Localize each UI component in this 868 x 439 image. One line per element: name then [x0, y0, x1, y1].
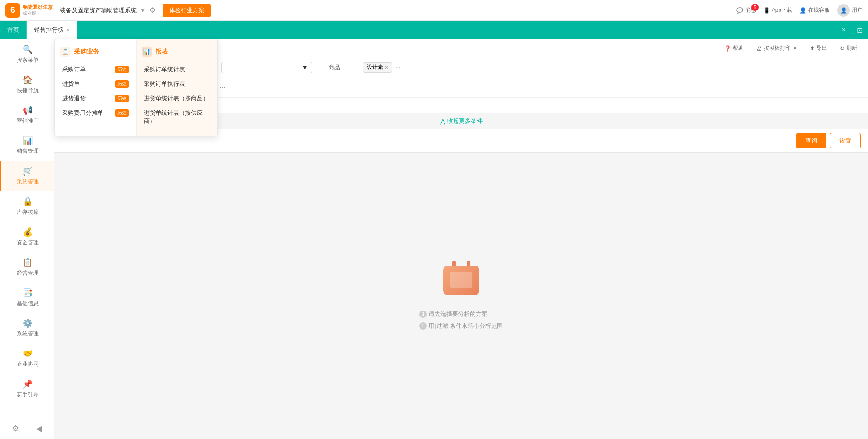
purchase-biz-label: 采购业务 [74, 48, 99, 56]
logo-text: 畅捷通好生意 标准版 [23, 4, 53, 17]
operations-icon: 📋 [23, 257, 33, 267]
system-title: 装备及固定资产辅助管理系统 [60, 6, 137, 15]
enterprise-icon: 🤝 [23, 349, 33, 359]
hint-text-2: 用[过滤]条件来缩小分析范围 [429, 322, 502, 330]
dropdown-left-col: 📋 采购业务 采购订单 历史 进货单 历史 进货退货 历史 采购费用分摊单 历史 [55, 39, 137, 136]
sidebar-item-search[interactable]: 🔍 搜索菜单 [0, 39, 54, 69]
goods-dots-btn[interactable]: ··· [394, 64, 400, 72]
home-icon: 🏠 [23, 75, 33, 85]
sidebar-item-quick-nav[interactable]: 🏠 快捷导航 [0, 69, 54, 100]
sidebar-item-marketing[interactable]: 📢 营销推广 [0, 100, 54, 130]
dropdown-item-expense[interactable]: 采购费用分摊单 历史 [60, 106, 131, 120]
dropdown-item-order-stat[interactable]: 采购订单统计表 [142, 62, 212, 77]
order-stat-label: 采购订单统计表 [144, 65, 185, 74]
dropdown-item-incoming-stat-goods[interactable]: 进货单统计表（按商品） [142, 91, 212, 106]
sidebar-search-label: 搜索菜单 [17, 56, 39, 64]
empty-box [443, 266, 479, 295]
tab-home-label: 首页 [7, 26, 19, 34]
collapse-label: 收起更多条件 [447, 117, 483, 125]
sidebar-collapse-icon[interactable]: ◀ [36, 424, 42, 434]
purchase-order-history: 历史 [115, 66, 129, 73]
expense-label: 采购费用分摊单 [62, 109, 103, 117]
message-btn[interactable]: 💬 消息 5 [736, 6, 756, 14]
salesperson-dots-btn[interactable]: ··· [219, 83, 225, 91]
sidebar-item-operations[interactable]: 📋 经营管理 [0, 252, 54, 282]
sidebar-item-inventory[interactable]: 🔒 库存核算 [0, 191, 54, 222]
goods-tag-close[interactable]: × [385, 64, 388, 71]
export-btn[interactable]: ⬆ 导出 [806, 43, 831, 54]
print-arrow-icon: ▼ [793, 46, 797, 51]
inventory-icon: 🔒 [23, 197, 33, 207]
sidebar-purchase-label: 采购管理 [17, 178, 39, 186]
tab-sales-rank[interactable]: 销售排行榜 × [27, 21, 77, 39]
print-btn[interactable]: 🖨 按模板打印 ▼ [753, 43, 801, 54]
dropdown-item-incoming-stat-supplier[interactable]: 进货单统计表（按供应商） [142, 106, 212, 128]
help-icon: ❓ [724, 45, 731, 52]
order-exec-label: 采购订单执行表 [144, 80, 185, 88]
sidebar-basic-label: 基础信息 [17, 300, 39, 307]
avatar-icon: 👤 [840, 7, 847, 14]
industry-btn[interactable]: 体验行业方案 [163, 4, 211, 17]
logo-badge: 标准版 [23, 10, 53, 17]
sidebar-item-enterprise[interactable]: 🤝 企业协同 [0, 343, 54, 374]
avatar: 👤 [837, 4, 850, 17]
sidebar-item-system[interactable]: ⚙️ 系统管理 [0, 313, 54, 343]
sidebar-finance-label: 资金管理 [17, 239, 39, 247]
system-icon: ⚙️ [23, 318, 33, 328]
sidebar-item-sales[interactable]: 📊 销售管理 [0, 130, 54, 161]
dropdown-item-order-exec[interactable]: 采购订单执行表 [142, 77, 212, 91]
sidebar-settings-icon[interactable]: ⚙ [12, 424, 19, 434]
refresh-label: 刷新 [846, 44, 857, 52]
sidebar-sales-label: 销售管理 [17, 148, 39, 155]
dropdown-item-purchase-order[interactable]: 采购订单 历史 [60, 62, 131, 77]
export-icon: ⬆ [810, 45, 814, 52]
tab-home[interactable]: 首页 [0, 21, 27, 39]
tab-restore-btn[interactable]: ⊡ [851, 21, 868, 39]
dropdown-right-col: 📊 报表 采购订单统计表 采购订单执行表 进货单统计表（按商品） 进货单统计表（… [137, 39, 218, 136]
sidebar-marketing-label: 营销推广 [17, 117, 39, 125]
hint-num-2: 2 [419, 322, 427, 330]
guide-icon: 📌 [23, 379, 33, 389]
set-btn[interactable]: 设置 [830, 133, 861, 148]
tab-close-btn[interactable]: × [836, 21, 851, 39]
help-btn[interactable]: ❓ 帮助 [721, 43, 747, 54]
sidebar-quicknav-label: 快捷导航 [17, 87, 39, 94]
incoming-history: 历史 [115, 80, 129, 88]
basic-icon: 📑 [23, 288, 33, 298]
dropdown-item-return[interactable]: 进货退货 历史 [60, 91, 131, 106]
app-download-btn[interactable]: 📱 App下载 [763, 6, 792, 14]
top-header: 6 畅捷通好生意 标准版 装备及固定资产辅助管理系统 ▼ ⚙ 体验行业方案 💬 … [0, 0, 868, 21]
user-btn[interactable]: 👤 用户 [837, 4, 863, 17]
settings-icon[interactable]: ⚙ [149, 6, 156, 15]
notification-badge: 5 [751, 4, 759, 11]
incoming-label: 进货单 [62, 80, 80, 88]
sidebar-item-basic[interactable]: 📑 基础信息 [0, 282, 54, 313]
print-icon: 🖨 [756, 45, 762, 52]
sidebar-system-label: 系统管理 [17, 330, 39, 338]
refresh-btn[interactable]: ↻ 刷新 [836, 43, 861, 54]
logo-icon: 6 [5, 3, 20, 18]
dropdown-item-incoming[interactable]: 进货单 历史 [60, 77, 131, 91]
search-icon: 🔍 [23, 44, 33, 54]
phone-icon: 📱 [763, 7, 770, 14]
report-icon: 📊 [142, 47, 152, 57]
goods-tag: 设计素 × [363, 62, 392, 73]
sidebar-bottom: ⚙ ◀ [0, 418, 54, 439]
sales-icon: 📊 [23, 136, 33, 146]
sidebar-item-finance[interactable]: 💰 资金管理 [0, 222, 54, 252]
tab-close-icon[interactable]: × [66, 27, 69, 33]
dropdown-arrow-icon[interactable]: ▼ [140, 7, 146, 14]
help-label: 帮助 [733, 44, 744, 52]
dropdown-menu: 📋 采购业务 采购订单 历史 进货单 历史 进货退货 历史 采购费用分摊单 历史… [54, 39, 218, 136]
online-service-btn[interactable]: 👤 在线客服 [800, 6, 830, 14]
tab-bar: 首页 销售排行榜 × × ⊡ [0, 21, 868, 39]
goods-tag-text: 设计素 [367, 64, 383, 71]
bill-status-select[interactable]: ▼ [221, 62, 312, 73]
print-label: 按模板打印 [764, 44, 791, 52]
query-btn[interactable]: 查询 [796, 133, 826, 148]
sidebar-item-purchase[interactable]: 🛒 采购管理 [0, 161, 54, 191]
incoming-stat-supplier-label: 进货单统计表（按供应商） [144, 109, 210, 125]
sidebar-item-guide[interactable]: 📌 新手引导 [0, 374, 54, 404]
refresh-icon: ↻ [840, 45, 844, 52]
export-label: 导出 [816, 44, 827, 52]
